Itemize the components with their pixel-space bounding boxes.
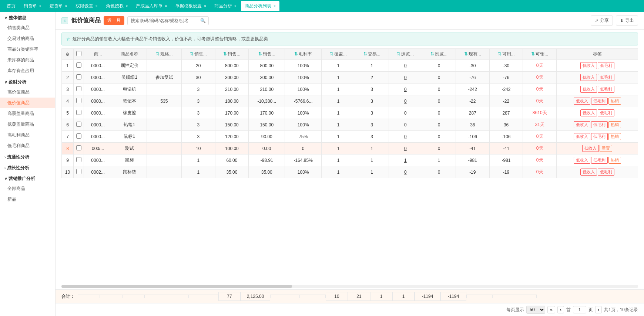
row-checkbox-cell[interactable] <box>74 131 84 143</box>
table-container[interactable]: ⚙ 商... 商品名称 ⇅规格... ⇅销售... ⇅销售... ⇅销售... … <box>56 48 644 283</box>
row-stock1: 36 <box>456 119 489 131</box>
row-browse1[interactable]: 0 <box>389 166 422 178</box>
row-spec <box>147 154 182 166</box>
row-checkbox[interactable] <box>76 110 81 115</box>
sidebar-item-high-cover[interactable]: 高覆盖量商品 <box>0 108 55 119</box>
page-input[interactable] <box>573 306 586 313</box>
row-browse1[interactable]: 0 <box>389 107 422 119</box>
close-icon[interactable]: × <box>126 4 128 8</box>
filter-recent-month-button[interactable]: 近一月 <box>104 16 124 25</box>
sidebar-item-traded-goods[interactable]: 交易过的商品 <box>0 33 55 44</box>
nav-product-analysis[interactable]: 商品分析 × <box>211 1 240 11</box>
sidebar-item-all-goods[interactable]: 全部商品 <box>0 183 55 194</box>
search-input[interactable] <box>127 16 209 25</box>
row-checkbox[interactable] <box>76 74 81 79</box>
row-checkbox-cell[interactable] <box>74 154 84 166</box>
close-icon[interactable]: × <box>204 4 206 8</box>
close-icon[interactable]: × <box>165 4 167 8</box>
sidebar-item-new-goods[interactable]: 新品 <box>0 194 55 205</box>
row-checkbox-cell[interactable] <box>74 72 84 84</box>
first-page-button[interactable]: « <box>547 306 555 313</box>
sidebar-group-liquidity[interactable]: › 流通性分析 <box>0 151 55 162</box>
browse1-link[interactable]: 0 <box>404 87 407 92</box>
prev-page-button[interactable]: ‹ <box>557 306 564 313</box>
close-icon[interactable]: × <box>274 4 276 8</box>
sidebar-item-low-margin[interactable]: 低毛利商品 <box>0 140 55 151</box>
browse1-link[interactable]: 0 <box>404 134 407 139</box>
nav-role-auth[interactable]: 角色授权 × <box>102 1 132 11</box>
browse1-link[interactable]: 0 <box>404 170 407 175</box>
row-browse1[interactable]: 0 <box>389 72 422 84</box>
next-page-button[interactable]: › <box>595 306 602 313</box>
row-checkbox[interactable] <box>76 169 81 174</box>
browse1-link[interactable]: 0 <box>404 99 407 104</box>
row-browse1[interactable]: 0 <box>389 60 422 72</box>
nav-template[interactable]: 单据模板设置 × <box>171 1 210 11</box>
browse1-link[interactable]: 0 <box>404 122 407 128</box>
select-all-checkbox[interactable] <box>76 51 81 56</box>
row-checkbox-cell[interactable] <box>74 119 84 131</box>
row-checkbox[interactable] <box>76 157 81 162</box>
sidebar-item-capital[interactable]: 库存资金占用 <box>0 65 55 76</box>
sidebar-item-category-rate[interactable]: 商品分类销售率 <box>0 44 55 55</box>
collapse-button[interactable]: « <box>61 17 68 24</box>
share-button[interactable]: ↗ 分享 <box>591 16 613 26</box>
th-settings[interactable]: ⚙ <box>62 49 74 60</box>
close-icon[interactable]: × <box>234 4 237 8</box>
row-browse1[interactable]: 0 <box>389 131 422 143</box>
sidebar-item-no-stock[interactable]: 未库存的商品 <box>0 55 55 65</box>
nav-analysis-list[interactable]: 商品分析列表 × <box>241 1 279 11</box>
row-checkbox-cell[interactable] <box>74 166 84 178</box>
search-icon[interactable]: 🔍 <box>200 18 206 23</box>
browse1-link[interactable]: 0 <box>404 63 407 68</box>
row-checkbox[interactable] <box>76 145 81 150</box>
row-checkbox[interactable] <box>76 122 81 127</box>
page-size-select[interactable]: 50 100 200 <box>526 306 545 314</box>
nav-product-in[interactable]: 产成品入库单 × <box>132 1 171 11</box>
row-checkbox[interactable] <box>76 62 81 68</box>
nav-home[interactable]: 首页 <box>3 1 19 11</box>
row-browse1[interactable]: 0 <box>389 119 422 131</box>
sidebar-group-finance[interactable]: ∨ 盈财分析 <box>0 76 55 87</box>
row-checkbox-cell[interactable] <box>74 84 84 95</box>
sidebar-group-overall[interactable]: ∨ 整体信息 <box>0 12 55 23</box>
row-spec: 参加复试 <box>147 72 182 84</box>
th-checkbox[interactable] <box>74 49 84 60</box>
close-icon[interactable]: × <box>95 4 98 8</box>
sidebar-group-marketing[interactable]: ∨ 营销推广分析 <box>0 173 55 183</box>
sidebar-item-sales-goods[interactable]: 销售类商品 <box>0 23 55 33</box>
export-button[interactable]: ⬇ 导出 <box>616 16 638 26</box>
row-checkbox[interactable] <box>76 86 81 91</box>
browse1-link[interactable]: 1 <box>404 158 407 163</box>
row-checkbox[interactable] <box>76 133 81 139</box>
row-checkbox[interactable] <box>76 98 81 103</box>
row-checkbox-cell[interactable] <box>74 143 84 154</box>
row-checkbox-cell[interactable] <box>74 60 84 72</box>
table-row: 5 0000... 橡皮擦 3 170.00 170.00 100% 1 3 0… <box>62 107 638 119</box>
row-browse1[interactable]: 0 <box>389 84 422 95</box>
nav-permissions[interactable]: 权限设置 × <box>72 1 101 11</box>
browse1-link[interactable]: 0 <box>404 146 407 151</box>
sidebar-group-growth[interactable]: › 成长性分析 <box>0 162 55 173</box>
sidebar-item-high-margin[interactable]: 高毛利商品 <box>0 130 55 140</box>
close-icon[interactable]: × <box>39 4 41 8</box>
sidebar-item-high-value[interactable]: 高价值商品 <box>0 87 55 98</box>
row-no: 1 <box>62 60 74 72</box>
scrollbar-thumb[interactable] <box>61 285 292 288</box>
row-browse2: 0 <box>422 131 456 143</box>
row-browse1[interactable]: 1 <box>389 154 422 166</box>
close-icon[interactable]: × <box>65 4 67 8</box>
row-browse1[interactable]: 0 <box>389 95 422 107</box>
row-browse1[interactable]: 0 <box>389 143 422 154</box>
tag-badge: 热销 <box>608 133 621 140</box>
sidebar-item-low-value[interactable]: 低价值商品 <box>0 98 55 108</box>
horizontal-scrollbar[interactable] <box>61 285 638 288</box>
nav-sales[interactable]: 销货单 × <box>20 1 45 11</box>
browse1-link[interactable]: 0 <box>404 75 407 80</box>
row-checkbox-cell[interactable] <box>74 107 84 119</box>
nav-purchase[interactable]: 进货单 × <box>46 1 71 11</box>
sidebar-item-low-cover[interactable]: 低覆盖量商品 <box>0 119 55 130</box>
row-checkbox-cell[interactable] <box>74 95 84 107</box>
browse1-link[interactable]: 0 <box>404 111 407 116</box>
row-tags: 低收入低毛利热销 <box>557 154 638 166</box>
